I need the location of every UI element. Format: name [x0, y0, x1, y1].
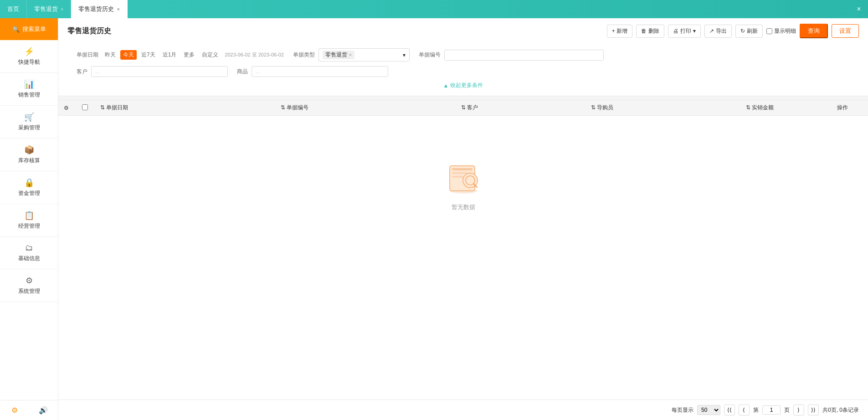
- page-unit: 页: [784, 406, 790, 414]
- tab-retail-return-close[interactable]: ×: [61, 6, 63, 12]
- sidebar-item-label: 系统管理: [18, 287, 40, 295]
- product-label: 商品: [237, 68, 248, 76]
- th-guide[interactable]: ⇅ 导购员: [586, 100, 740, 116]
- select-all-checkbox[interactable]: [82, 104, 88, 110]
- tab-retail-return-history[interactable]: 零售退货历史 ×: [71, 0, 127, 18]
- sidebar-gear-button[interactable]: ⚙: [0, 400, 29, 420]
- th-doc-no[interactable]: ⇅ 单据编号: [275, 100, 456, 116]
- doc-type-tag-close[interactable]: ×: [349, 52, 352, 57]
- sidebar-item-operations[interactable]: 📋 经营管理: [0, 204, 58, 237]
- svg-rect-2: [452, 168, 473, 170]
- page-number-input[interactable]: [762, 405, 781, 415]
- th-amount[interactable]: ⇅ 实销金额: [740, 100, 832, 116]
- th-date[interactable]: ⇅ 单据日期: [95, 100, 275, 116]
- doc-type-select[interactable]: 零售退货 × ▾: [318, 48, 410, 61]
- sidebar-item-system[interactable]: ⚙ 系统管理: [0, 269, 58, 302]
- col-guide-label: 导购员: [597, 104, 613, 111]
- svg-rect-3: [452, 172, 468, 174]
- toolbar: + 新增 🗑 删除 🖨 打印 ▾ ↗ 导出 ↻: [607, 24, 859, 38]
- collapse-button[interactable]: ▲ 收起更多条件: [443, 82, 483, 89]
- sidebar-item-sales[interactable]: 📊 销售管理: [0, 73, 58, 106]
- sidebar-item-label: 销售管理: [18, 91, 40, 99]
- display-detail-checkbox[interactable]: [766, 28, 772, 34]
- tab-retail-return-label: 零售退货: [34, 5, 58, 13]
- doc-type-label: 单据类型: [293, 51, 315, 59]
- base-info-icon: 🗂: [25, 243, 33, 253]
- inventory-icon: 📦: [24, 145, 34, 155]
- doc-type-chevron-icon: ▾: [403, 52, 406, 58]
- top-bar: 首页 零售退货 × 零售退货历史 × ×: [0, 0, 868, 18]
- date-pill-more[interactable]: 更多: [181, 50, 197, 60]
- th-checkbox[interactable]: [77, 100, 95, 116]
- th-action: 操作: [832, 100, 868, 116]
- tab-home[interactable]: 首页: [0, 0, 27, 18]
- page-title: 零售退货历史: [67, 26, 111, 36]
- customer-select[interactable]: ...: [91, 66, 228, 77]
- print-button[interactable]: 🖨 打印 ▾: [668, 25, 701, 38]
- refresh-button[interactable]: ↻ 刷新: [735, 25, 763, 38]
- date-pill-custom[interactable]: 自定义: [199, 50, 221, 60]
- add-button[interactable]: + 新增: [607, 25, 632, 38]
- prev-page-button[interactable]: ⟨: [739, 405, 750, 415]
- customer-label: 客户: [77, 68, 87, 76]
- sidebar-item-label: 库存核算: [18, 157, 40, 164]
- next-page-button[interactable]: ⟩: [793, 405, 804, 415]
- display-detail-check[interactable]: 显示明细: [766, 27, 796, 35]
- sidebar-item-finance[interactable]: 🔒 资金管理: [0, 171, 58, 204]
- system-icon: ⚙: [26, 276, 33, 286]
- export-button[interactable]: ↗ 导出: [704, 25, 732, 38]
- sidebar-search[interactable]: 🔍 搜索菜单: [0, 18, 58, 40]
- table-header: ⚙ ⇅ 单据日期 ⇅ 单据编号: [58, 100, 868, 116]
- product-placeholder: ...: [256, 68, 260, 75]
- page-size-label: 每页显示: [672, 406, 693, 414]
- purchase-icon: 🛒: [24, 112, 34, 122]
- settings-button[interactable]: 设置: [832, 24, 859, 38]
- sidebar-audio-button[interactable]: 🔊: [29, 400, 58, 420]
- filter-row-1: 单据日期 昨天 今天 近7天 近1月 更多 自定义 2023-06-02 至 2…: [77, 48, 850, 61]
- main-layout: 🔍 搜索菜单 ⚡ 快捷导航 📊 销售管理 🛒 采购管理 📦 库存核算 🔒 资金管…: [0, 18, 868, 420]
- tab-home-label: 首页: [7, 5, 19, 13]
- print-chevron-icon: ▾: [693, 28, 696, 34]
- col-customer-label: 客户: [467, 104, 478, 111]
- date-pill-1month[interactable]: 近1月: [160, 50, 180, 60]
- product-select[interactable]: ...: [252, 66, 388, 77]
- doc-type-tag: 零售退货 ×: [323, 51, 354, 59]
- product-filter: 商品 ...: [237, 66, 388, 77]
- tab-retail-return[interactable]: 零售退货 ×: [27, 0, 71, 18]
- col-amount-label: 实销金额: [752, 104, 774, 111]
- sidebar-item-purchase[interactable]: 🛒 采购管理: [0, 106, 58, 138]
- sidebar-item-base-info[interactable]: 🗂 基础信息: [0, 237, 58, 269]
- table-wrapper: ⚙ ⇅ 单据日期 ⇅ 单据编号: [58, 100, 868, 400]
- search-icon: 🔍: [12, 26, 20, 33]
- date-pill-yesterday[interactable]: 昨天: [102, 50, 118, 60]
- date-pills: 昨天 今天 近7天 近1月 更多 自定义: [102, 50, 221, 60]
- query-button[interactable]: 查询: [800, 24, 828, 38]
- page-size-select[interactable]: 50 10 20 100: [697, 405, 720, 415]
- last-page-button[interactable]: ⟩⟩: [808, 405, 819, 415]
- filter-area: 单据日期 昨天 今天 近7天 近1月 更多 自定义 2023-06-02 至 2…: [67, 44, 859, 96]
- window-close-button[interactable]: ×: [850, 0, 868, 18]
- sidebar-search-label: 搜索菜单: [22, 25, 46, 33]
- sidebar: 🔍 搜索菜单 ⚡ 快捷导航 📊 销售管理 🛒 采购管理 📦 库存核算 🔒 资金管…: [0, 18, 58, 420]
- page-label: 第: [753, 406, 759, 414]
- date-pill-today[interactable]: 今天: [120, 50, 137, 60]
- empty-icon: [441, 152, 486, 198]
- tab-retail-return-history-close[interactable]: ×: [117, 6, 119, 12]
- print-icon: 🖨: [673, 28, 678, 34]
- doc-no-input[interactable]: [444, 50, 604, 61]
- tab-list: 首页 零售退货 × 零售退货历史 ×: [0, 0, 850, 18]
- page-header: 零售退货历史 + 新增 🗑 删除 🖨 打印 ▾ ↗ 导出: [58, 18, 868, 96]
- th-customer[interactable]: ⇅ 客户: [456, 100, 586, 116]
- settings-icon: ⚙: [64, 105, 69, 111]
- delete-button[interactable]: 🗑 删除: [636, 25, 664, 38]
- total-info: 共0页, 0条记录: [822, 406, 859, 414]
- sidebar-item-inventory[interactable]: 📦 库存核算: [0, 138, 58, 171]
- customer-placeholder: ...: [95, 68, 100, 75]
- first-page-button[interactable]: ⟨⟨: [724, 405, 735, 415]
- export-icon: ↗: [709, 28, 714, 34]
- gear-icon: ⚙: [11, 406, 18, 415]
- sales-icon: 📊: [24, 79, 34, 89]
- th-settings[interactable]: ⚙: [58, 100, 77, 116]
- sidebar-item-quick-nav[interactable]: ⚡ 快捷导航: [0, 40, 58, 73]
- date-pill-7days[interactable]: 近7天: [139, 50, 158, 60]
